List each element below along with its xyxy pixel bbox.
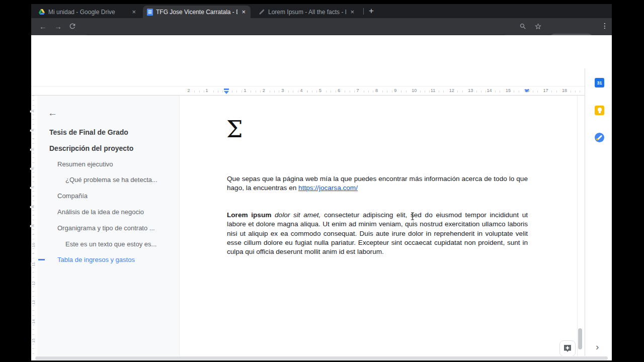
ruler-number: 12 <box>31 281 36 286</box>
ruler-number: 14 <box>486 88 493 93</box>
ruler-number: 3 <box>280 88 285 93</box>
ruler-number: 18 <box>561 88 568 93</box>
ruler-number: 11 <box>430 88 436 93</box>
browser-address-bar: ← → docs.google.com/document/d/1Aj1AqkhD… <box>31 18 612 35</box>
explore-button[interactable] <box>559 340 576 356</box>
ruler-number: 9 <box>393 88 397 93</box>
outline-item[interactable]: Tesis de Final de Grado <box>49 128 128 136</box>
outline-item[interactable]: Compañía <box>57 192 88 200</box>
forward-icon[interactable]: → <box>54 22 62 31</box>
browser-tab-lorem[interactable]: Lorem Ipsum - All the facts - L × <box>255 6 359 18</box>
document-page[interactable]: Σ Que sepas que la página web mía la que… <box>180 96 585 356</box>
zoom-page-icon[interactable] <box>519 23 527 30</box>
browser-window: Mi unidad - Google Drive × TFG Jose Vice… <box>31 4 612 360</box>
ruler-number: 8 <box>374 88 379 93</box>
ruler-number: 8 <box>30 206 35 208</box>
ruler-number: 2 <box>186 88 191 93</box>
outline-item[interactable]: Análisis de la idea de negocio <box>57 208 144 216</box>
reload-icon[interactable] <box>68 22 76 30</box>
ruler-number: 10 <box>411 88 418 93</box>
paragraph-lorem[interactable]: Lorem ipsum dolor sit amet, consectetur … <box>227 211 528 256</box>
horizontal-scrollbar-thumb[interactable] <box>35 356 608 360</box>
document-outline-panel: ← Tesis de Final de Grado Descripción de… <box>37 96 180 356</box>
ruler-number: 4 <box>30 129 35 131</box>
ruler-number: 9 <box>30 225 35 227</box>
ruler-number: 7 <box>30 187 35 189</box>
lorem-ipsum-favicon <box>259 9 265 15</box>
vertical-ruler: 3456789101112131415 <box>31 96 37 356</box>
docs-header: TFG Jose Vicente Carratala Guardando... … <box>31 35 612 68</box>
ruler-number: 13 <box>31 300 36 305</box>
keep-icon[interactable] <box>595 106 604 115</box>
active-outline-marker <box>38 259 45 260</box>
tab-close-icon[interactable]: × <box>131 8 137 16</box>
explore-icon <box>563 344 572 353</box>
ruler-number: 10 <box>31 243 36 247</box>
ruler-number: 6 <box>30 167 35 169</box>
ruler-number: 2 <box>262 88 266 93</box>
ruler-number: 3 <box>30 110 35 112</box>
ruler-number: 11 <box>31 262 36 266</box>
tab-title: Lorem Ipsum - All the facts - L <box>268 9 346 16</box>
outline-item[interactable]: Resumen ejecutivo <box>57 160 113 168</box>
browser-tab-drive[interactable]: Mi unidad - Google Drive × <box>34 6 141 18</box>
ruler-number: 7 <box>356 88 360 93</box>
close-outline-icon[interactable]: ← <box>48 108 57 119</box>
ruler-number: 4 <box>299 88 304 93</box>
ruler-number: 6 <box>337 88 341 93</box>
ruler-number: 17 <box>542 88 549 93</box>
new-tab-button[interactable]: + <box>369 7 374 15</box>
browser-tab-docs[interactable]: TFG Jose Vicente Carratala - D × <box>143 6 251 18</box>
paragraph-link[interactable]: Que sepas que la página web mía la que p… <box>227 174 528 193</box>
outline-item[interactable]: Este es un texto que estoy es... <box>65 240 156 248</box>
calendar-icon[interactable]: 31 <box>595 78 604 87</box>
tasks-icon[interactable] <box>595 133 604 142</box>
ruler-number: 5 <box>30 148 35 150</box>
vertical-scrollbar-thumb[interactable] <box>578 328 582 349</box>
ruler-number: 12 <box>448 88 455 93</box>
jocarsa-link[interactable]: https://jocarsa.com/ <box>298 184 358 192</box>
ruler-number: 1 <box>204 88 209 93</box>
tab-title: Mi unidad - Google Drive <box>48 9 128 16</box>
expand-panel-chevron-icon[interactable]: › <box>596 341 599 352</box>
ruler-number: 15 <box>505 88 512 93</box>
ruler-number: 14 <box>31 319 36 324</box>
drive-icon <box>38 9 45 16</box>
horizontal-ruler[interactable]: 21123456789101112131415161718 <box>31 86 585 96</box>
browser-menu-icon[interactable]: ⋮ <box>601 22 608 30</box>
text-cursor-icon <box>410 212 415 220</box>
tab-title: TFG Jose Vicente Carratala - D <box>156 9 237 16</box>
outline-item[interactable]: ¿Qué problema se ha detecta... <box>65 176 157 184</box>
equation-sigma[interactable]: Σ <box>226 116 243 143</box>
ruler-number: 13 <box>467 88 474 93</box>
ruler-number: 15 <box>31 338 36 343</box>
bookmark-star-icon[interactable] <box>534 23 542 30</box>
tab-close-icon[interactable]: × <box>240 8 247 16</box>
right-indent-marker[interactable] <box>524 89 529 93</box>
ruler-number: 5 <box>318 88 323 93</box>
tab-separator <box>363 8 364 15</box>
docs-toolbar: 100% Texto norm... Montserrat 10 B I U A… <box>31 68 585 86</box>
scrollbar-track <box>577 96 578 356</box>
outline-item-active[interactable]: Tabla de ingresos y gastos <box>57 256 135 263</box>
outline-item[interactable]: Descripción del proyecto <box>49 144 133 152</box>
ruler-number: 1 <box>243 88 247 93</box>
google-side-panel: 31 › <box>585 68 612 356</box>
back-icon[interactable]: ← <box>39 22 47 31</box>
docs-icon <box>147 9 153 16</box>
browser-tab-strip: Mi unidad - Google Drive × TFG Jose Vice… <box>31 4 612 18</box>
left-indent-marker[interactable] <box>224 88 229 94</box>
tab-close-icon[interactable]: × <box>349 8 355 16</box>
outline-item[interactable]: Organigrama y tipo de contrato ... <box>57 224 155 232</box>
